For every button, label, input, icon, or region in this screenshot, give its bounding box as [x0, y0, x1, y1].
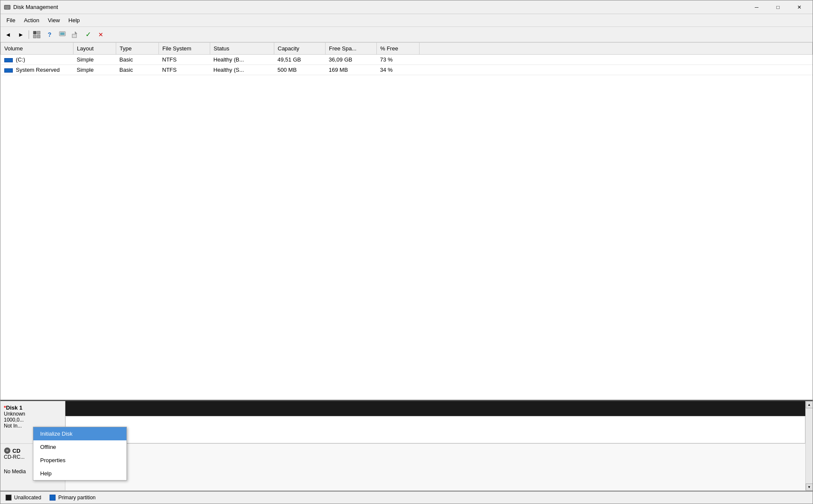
- col-header-freespace[interactable]: Free Spa...: [326, 43, 377, 55]
- svg-point-14: [7, 450, 8, 451]
- context-menu: Initialize DiskOfflinePropertiesHelp: [33, 427, 127, 481]
- context-menu-item-offline[interactable]: Offline: [33, 440, 126, 454]
- disk1-row: *Disk 1 Unknown 1000,0... Not In... Init…: [0, 401, 805, 444]
- col-header-percentfree[interactable]: % Free: [377, 43, 420, 55]
- cell-extra-1: [420, 65, 813, 75]
- cd-content: [65, 444, 805, 490]
- svg-rect-3: [33, 31, 36, 34]
- menu-view[interactable]: View: [44, 15, 64, 25]
- titlebar: Disk Management ─ □ ✕: [0, 0, 813, 14]
- cell-percentfree-0: 73 %: [377, 55, 420, 65]
- col-header-volume[interactable]: Volume: [1, 43, 73, 55]
- legend-unallocated-box: [6, 495, 12, 501]
- svg-rect-6: [37, 35, 40, 38]
- toolbar: ◄ ► ? ✓ ✕: [0, 27, 813, 42]
- col-header-layout[interactable]: Layout: [73, 43, 116, 55]
- disk1-partitions: [65, 401, 805, 443]
- col-header-status[interactable]: Status: [210, 43, 274, 55]
- menu-file[interactable]: File: [2, 15, 20, 25]
- table-row[interactable]: System Reserved Simple Basic NTFS Health…: [1, 65, 813, 75]
- cell-status-1: Healthy (S...: [210, 65, 274, 75]
- col-header-type[interactable]: Type: [116, 43, 159, 55]
- disk-management-window: Disk Management ─ □ ✕ File Action View H…: [0, 0, 813, 504]
- help-toolbar-button[interactable]: ?: [44, 29, 56, 41]
- toolbar-separator-1: [29, 30, 29, 39]
- svg-point-2: [7, 8, 8, 9]
- scroll-down-button[interactable]: ▼: [806, 483, 813, 491]
- legend-unallocated: Unallocated: [6, 495, 41, 501]
- minimize-button[interactable]: ─: [747, 0, 766, 14]
- col-header-extra: [420, 43, 813, 55]
- col-header-capacity[interactable]: Capacity: [274, 43, 326, 55]
- up-button[interactable]: [56, 29, 68, 41]
- cell-capacity-0: 49,51 GB: [274, 55, 326, 65]
- window-title: Disk Management: [13, 4, 747, 10]
- legend-primary: Primary partition: [50, 495, 95, 501]
- legend-unallocated-label: Unallocated: [14, 495, 41, 501]
- window-controls: ─ □ ✕: [747, 0, 809, 14]
- volume-table: Volume Layout Type File System Status Ca…: [0, 42, 813, 75]
- cell-capacity-1: 500 MB: [274, 65, 326, 75]
- disk1-title: Disk 1: [6, 404, 22, 411]
- scroll-up-button[interactable]: ▲: [806, 401, 813, 408]
- disk1-free-area: [65, 416, 805, 443]
- legend-primary-box: [50, 495, 56, 501]
- volume-table-container: Volume Layout Type File System Status Ca…: [0, 42, 813, 75]
- main-content: Volume Layout Type File System Status Ca…: [0, 42, 813, 504]
- cell-freespace-0: 36,09 GB: [326, 55, 377, 65]
- maximize-button[interactable]: □: [768, 0, 788, 14]
- cell-layout-0: Simple: [73, 55, 116, 65]
- svg-rect-8: [60, 32, 65, 35]
- svg-rect-9: [72, 34, 76, 38]
- back-button[interactable]: ◄: [2, 29, 14, 41]
- disk-rows: *Disk 1 Unknown 1000,0... Not In... Init…: [0, 401, 805, 491]
- legend-primary-label: Primary partition: [58, 495, 95, 501]
- disk1-type: Unknown: [4, 411, 62, 417]
- cancel-toolbar-button[interactable]: ✕: [95, 29, 107, 41]
- disk1-unallocated-bar: [65, 401, 805, 416]
- disk-scrollbar: ▲ ▼: [805, 401, 813, 491]
- disk1-name: *Disk 1: [4, 404, 62, 411]
- cell-status-0: Healthy (B...: [210, 55, 274, 65]
- export-button[interactable]: [69, 29, 81, 41]
- cell-volume-1: System Reserved: [1, 65, 73, 75]
- context-menu-item-initialize-disk[interactable]: Initialize Disk: [33, 427, 126, 440]
- menubar: File Action View Help: [0, 14, 813, 27]
- cell-freespace-1: 169 MB: [326, 65, 377, 75]
- svg-rect-5: [33, 35, 36, 38]
- app-icon: [4, 4, 11, 11]
- table-row[interactable]: (C:) Simple Basic NTFS Healthy (B... 49,…: [1, 55, 813, 65]
- menu-help[interactable]: Help: [64, 15, 84, 25]
- disk1-size: 1000,0...: [4, 417, 62, 423]
- svg-rect-4: [37, 31, 40, 34]
- cell-volume-0: (C:): [1, 55, 73, 65]
- cell-type-0: Basic: [116, 55, 159, 65]
- context-menu-item-help[interactable]: Help: [33, 467, 126, 480]
- cell-filesystem-0: NTFS: [159, 55, 210, 65]
- cell-filesystem-1: NTFS: [159, 65, 210, 75]
- menu-action[interactable]: Action: [20, 15, 44, 25]
- context-menu-item-properties[interactable]: Properties: [33, 454, 126, 467]
- empty-area: [0, 75, 813, 400]
- cell-extra-0: [420, 55, 813, 65]
- cd-name: CD: [12, 448, 21, 454]
- show-hide-button[interactable]: [31, 29, 43, 41]
- cell-layout-1: Simple: [73, 65, 116, 75]
- cell-type-1: Basic: [116, 65, 159, 75]
- cell-percentfree-1: 34 %: [377, 65, 420, 75]
- forward-button[interactable]: ►: [15, 29, 27, 41]
- check-button[interactable]: ✓: [82, 29, 94, 41]
- disk-area: *Disk 1 Unknown 1000,0... Not In... Init…: [0, 400, 813, 491]
- cd-icon: [4, 447, 11, 454]
- scrollbar-track: [806, 408, 813, 483]
- close-button[interactable]: ✕: [790, 0, 809, 14]
- col-header-filesystem[interactable]: File System: [159, 43, 210, 55]
- legend-bar: Unallocated Primary partition: [0, 491, 813, 504]
